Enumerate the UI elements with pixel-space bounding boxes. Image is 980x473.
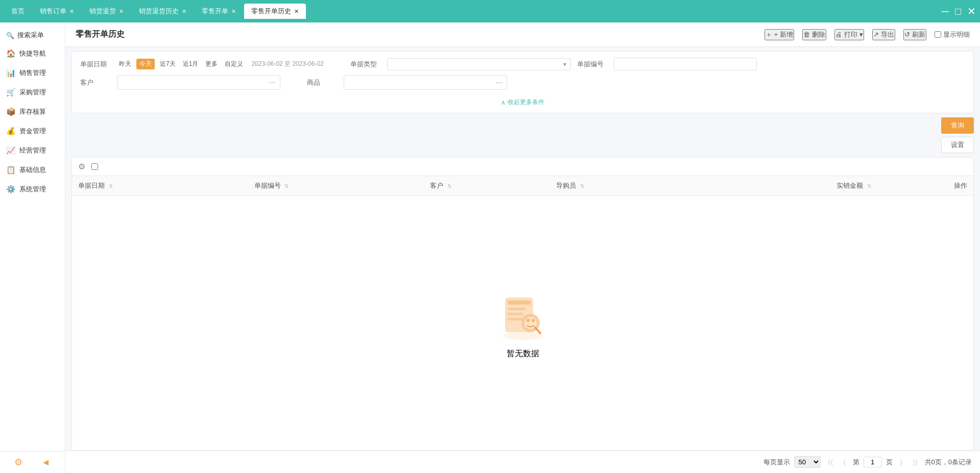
date-7days[interactable]: 近7天 [158,59,178,69]
doc-serial-input[interactable] [614,58,757,70]
window-min-button[interactable]: ─ [942,6,949,17]
tab-sales-return-label: 销货退货 [89,7,116,16]
date-shortcuts: 昨天 今天 近7天 近1月 更多 自定义 2023-06-02 至 2023-0… [117,59,324,69]
purchase-icon: 🛒 [6,88,15,97]
select-all-checkbox[interactable] [91,163,98,170]
window-close-button[interactable]: ✕ [967,5,976,17]
tab-sales-order-close[interactable]: ✕ [69,8,74,15]
add-label: + 新增 [774,30,793,39]
sidebar-item-system-label: 系统管理 [19,185,46,194]
col-customer-sort-icon[interactable]: ⇅ [447,183,451,189]
add-button[interactable]: ＋ + 新增 [764,29,794,40]
tab-list: 首页 销售订单 ✕ 销货退货 ✕ 销货退货历史 ✕ 零售开单 ✕ 零售开单历史 … [4,4,942,19]
tab-sales-return[interactable]: 销货退货 ✕ [82,4,131,19]
collapse-button[interactable]: ∧ 收起更多条件 [501,98,544,107]
goods-input[interactable]: ··· [344,76,507,90]
operations-icon: 📈 [6,146,15,155]
date-more[interactable]: 更多 [203,59,220,69]
data-table: 单据日期 ⇅ 单据编号 ⇅ 客户 ⇅ 导购员 ⇅ [72,176,973,196]
sidebar-item-quick-nav[interactable]: 🏠 快捷导航 [0,44,65,63]
customer-input[interactable]: ··· [117,76,280,90]
window-max-button[interactable]: □ [955,6,961,17]
date-range-text: 2023-06-02 至 2023-06-02 [251,60,323,68]
sidebar-item-sales[interactable]: 📊 销售管理 [0,63,65,83]
collapse-up-icon: ∧ [501,99,506,106]
col-serial: 单据编号 ⇅ [248,176,424,196]
last-page-button[interactable]: ⟩⟩ [910,457,921,467]
page-input[interactable] [864,457,882,467]
sidebar-item-finance[interactable]: 💰 资金管理 [0,121,65,141]
date-1month[interactable]: 近1月 [181,59,201,69]
filter-area: 单据日期 昨天 今天 近7天 近1月 更多 自定义 2023-06-02 至 2… [71,51,974,113]
sidebar-settings-button[interactable]: ⚙ [14,457,22,468]
add-icon: ＋ [766,30,772,39]
tab-retail-open-history-close[interactable]: ✕ [294,8,299,15]
date-custom[interactable]: 自定义 [223,59,245,69]
tab-retail-open-history[interactable]: 零售开单历史 ✕ [244,4,306,19]
inventory-icon: 📦 [6,107,15,116]
col-amount-sort-icon[interactable]: ⇅ [867,183,871,189]
col-actions: 操作 [877,176,973,196]
col-serial-sort-icon[interactable]: ⇅ [284,183,289,189]
table-container: ⚙ 单据日期 ⇅ 单据编号 ⇅ 客户 [71,157,974,451]
tab-home[interactable]: 首页 [4,4,32,19]
doc-type-label: 单据类型 [350,60,381,69]
sidebar-bottom: ⚙ ◄ [0,451,65,473]
refresh-icon: ↺ [904,31,910,38]
tab-sales-order[interactable]: 销售订单 ✕ [33,4,81,19]
sidebar-item-sales-label: 销售管理 [19,68,46,78]
sidebar-item-purchase[interactable]: 🛒 采购管理 [0,83,65,102]
search-icon: 🔍 [6,32,14,39]
tab-sales-return-history-close[interactable]: ✕ [182,8,186,15]
sidebar-item-purchase-label: 采购管理 [19,88,46,97]
export-label: 导出 [881,30,894,39]
next-page-button[interactable]: ⟩ [897,457,905,467]
tab-sales-return-history-label: 销货退货历史 [139,7,179,16]
prev-page-button[interactable]: ⟨ [840,457,849,467]
col-date-sort-icon[interactable]: ⇅ [109,183,113,189]
tab-retail-open-close[interactable]: ✕ [231,8,236,15]
main-layout: 🔍 搜索采单 🏠 快捷导航 📊 销售管理 🛒 采购管理 📦 库存核算 💰 资金管… [0,22,980,473]
setting-button[interactable]: 设置 [941,137,974,153]
sidebar-item-inventory-label: 库存核算 [19,107,46,116]
date-yesterday[interactable]: 昨天 [117,59,133,69]
doc-type-select[interactable]: ▾ [387,58,571,70]
sidebar-item-operations[interactable]: 📈 经营管理 [0,141,65,160]
show-detail-checkbox[interactable] [935,31,941,38]
delete-button[interactable]: 🗑 删除 [802,29,826,40]
query-button[interactable]: 查询 [941,117,974,134]
sidebar-item-system[interactable]: ⚙️ 系统管理 [0,180,65,199]
svg-point-10 [532,319,535,322]
refresh-label: 刷新 [912,30,925,39]
col-guide-sort-icon[interactable]: ⇅ [580,183,584,189]
refresh-button[interactable]: ↺ 刷新 [903,29,926,40]
customer-dots-icon: ··· [269,78,276,87]
col-amount: 实销金额 ⇅ [701,176,877,196]
header-actions: ＋ + 新增 🗑 删除 🖨 打印 ▾ ↗ 导出 ↺ [764,29,970,40]
first-page-button[interactable]: ⟨⟨ [825,457,836,467]
home-icon: 🏠 [6,49,15,58]
tab-home-label: 首页 [11,7,25,16]
date-today[interactable]: 今天 [136,59,155,69]
per-page-select[interactable]: 50 100 200 [794,456,821,468]
table-header-row: 单据日期 ⇅ 单据编号 ⇅ 客户 ⇅ 导购员 ⇅ [72,176,973,196]
sidebar-item-inventory[interactable]: 📦 库存核算 [0,102,65,121]
sidebar-search[interactable]: 🔍 搜索采单 [0,27,65,44]
svg-point-9 [527,319,530,322]
print-icon: 🖨 [835,31,842,38]
tab-sales-return-close[interactable]: ✕ [119,8,124,15]
goods-dots-icon: ··· [496,78,503,87]
export-icon: ↗ [873,31,879,38]
sidebar-collapse-button[interactable]: ◄ [41,457,51,468]
sidebar: 🔍 搜索采单 🏠 快捷导航 📊 销售管理 🛒 采购管理 📦 库存核算 💰 资金管… [0,22,65,473]
print-label: 打印 [844,30,857,39]
table-settings-icon[interactable]: ⚙ [78,162,85,171]
show-detail-checkbox-label[interactable]: 显示明细 [935,30,970,39]
export-button[interactable]: ↗ 导出 [872,29,895,40]
sidebar-item-basic-info[interactable]: 📋 基础信息 [0,160,65,180]
print-button[interactable]: 🖨 打印 ▾ [834,29,864,40]
tab-retail-open[interactable]: 零售开单 ✕ [195,4,243,19]
table-toolbar: ⚙ [72,158,973,176]
per-page-label: 每页显示 [763,458,790,467]
tab-sales-return-history[interactable]: 销货退货历史 ✕ [132,4,194,19]
